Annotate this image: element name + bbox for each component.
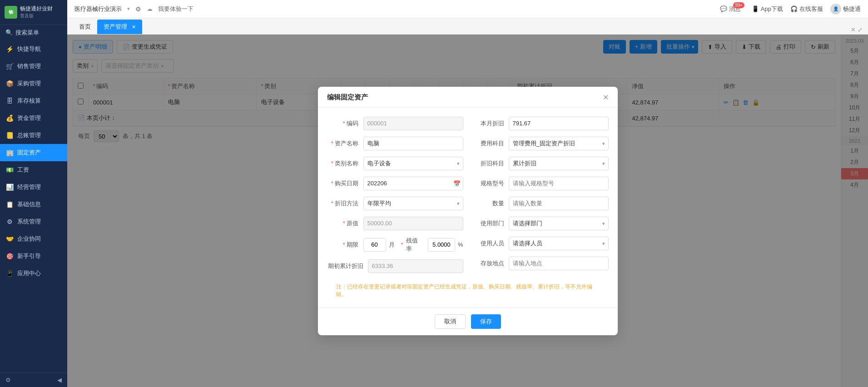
tab-home[interactable]: 首页 <box>73 20 97 34</box>
fixed-assets-icon: 🏢 <box>5 149 14 157</box>
initial-dep-input[interactable] <box>368 259 463 273</box>
logo-edition: 普及版 <box>20 13 53 19</box>
quantity-input[interactable] <box>509 197 609 210</box>
main-area: 医疗器械行业演示 ▾ ⚙ ☁ 我要体验一下 💬 消息 99+ 📱 App下载 🎧… <box>67 0 868 387</box>
sidebar-item-newbie[interactable]: 🎯 新手引导 <box>0 248 67 265</box>
enterprise-icon: 🤝 <box>5 235 14 243</box>
settings-icon[interactable]: ⚙ <box>5 377 11 383</box>
modal-overlay: 编辑固定资产 ✕ * 编码 <box>67 35 868 387</box>
form-row-user: 使用人员 请选择人员 <box>472 237 609 250</box>
dept-select[interactable]: 请选择部门 <box>509 217 609 230</box>
form-grid: * 编码 * 资产名称 * 类别名称 <box>327 117 609 279</box>
collapse-icon[interactable]: ◀ <box>57 377 62 383</box>
topbar-right: 💬 消息 99+ 📱 App下载 🎧 在线客服 👤 畅捷通 <box>720 4 861 15</box>
online-service-btn[interactable]: 🎧 在线客服 <box>790 5 823 13</box>
category-select[interactable]: 电子设备 <box>363 157 463 170</box>
newbie-icon: 🎯 <box>5 252 14 260</box>
operations-icon: 📊 <box>5 183 14 191</box>
tabbar: 首页 资产管理 ✕ ✕ ⤢ <box>67 18 868 35</box>
monthly-dep-input[interactable] <box>509 117 609 130</box>
purchase-date-input[interactable] <box>363 177 463 190</box>
sidebar-item-fixed-assets[interactable]: 🏢 固定资产 <box>0 144 67 161</box>
period-row: 月 * 残值率 % <box>363 237 463 253</box>
tab-expand-icon[interactable]: ⤢ <box>858 26 863 33</box>
user-menu[interactable]: 👤 畅捷通 <box>830 4 861 15</box>
spec-input[interactable] <box>509 177 609 190</box>
percent-unit: % <box>458 241 463 248</box>
modal-footer: 取消 保存 <box>318 308 618 335</box>
app-download-btn[interactable]: 📱 App下载 <box>752 5 783 13</box>
form-row-category: * 类别名称 电子设备 <box>327 157 463 170</box>
messages-btn[interactable]: 💬 消息 99+ <box>720 5 741 13</box>
ledger-icon: 📒 <box>5 131 14 139</box>
username: 畅捷通 <box>843 5 861 13</box>
sidebar-search[interactable]: 🔍 搜索菜单 <box>0 25 67 40</box>
expense-account-label: 费用科目 <box>472 139 509 148</box>
message-icon: 💬 <box>720 5 727 12</box>
initial-dep-label: 期初累计折旧 <box>327 262 368 270</box>
edit-modal: 编辑固定资产 ✕ * 编码 <box>318 87 618 335</box>
payroll-icon: 💵 <box>5 166 14 174</box>
code-label: * 编码 <box>327 119 363 128</box>
form-row-period: * 期限 月 * 残值率 % <box>327 237 463 253</box>
form-row-quantity: 数量 <box>472 197 609 210</box>
period-label: * 期限 <box>327 241 363 249</box>
form-left: * 编码 * 资产名称 * 类别名称 <box>327 117 463 279</box>
form-right: 本月折旧 费用科目 管理费用_固定资产折旧 <box>472 117 609 279</box>
code-input[interactable] <box>363 117 463 130</box>
user-select[interactable]: 请选择人员 <box>509 237 609 250</box>
tab-close-icon[interactable]: ✕ <box>132 24 136 30</box>
sidebar-item-operations[interactable]: 📊 经营管理 <box>0 179 67 196</box>
sidebar-item-inventory[interactable]: 🗄 库存核算 <box>0 92 67 109</box>
tab-asset-mgmt[interactable]: 资产管理 ✕ <box>97 20 142 34</box>
logo-icon: 畅 <box>5 6 17 19</box>
app-center-icon: 📱 <box>5 269 14 278</box>
modal-title: 编辑固定资产 <box>327 93 368 102</box>
experience-label[interactable]: 我要体验一下 <box>158 5 193 13</box>
topbar-dropdown-icon: ▾ <box>127 6 130 12</box>
form-row-spec: 规格型号 <box>472 177 609 190</box>
form-row-purchase-date: * 购买日期 <box>327 177 463 190</box>
sidebar-item-sales[interactable]: 🛒 销售管理 <box>0 58 67 75</box>
tab-close-all-icon[interactable]: ✕ <box>851 26 856 33</box>
sidebar-item-quicknav[interactable]: ⚡ 快捷导航 <box>0 40 67 58</box>
monthly-dep-label: 本月折旧 <box>472 119 509 128</box>
sidebar-item-finance[interactable]: 💰 资金管理 <box>0 109 67 127</box>
form-row-dep-method: * 折旧方法 年限平均 <box>327 197 463 210</box>
dep-method-select[interactable]: 年限平均 <box>363 197 463 210</box>
modal-close-btn[interactable]: ✕ <box>603 93 609 102</box>
sidebar-logo: 畅 畅捷通好业财 普及版 <box>0 0 67 25</box>
sidebar-item-purchase[interactable]: 📦 采购管理 <box>0 75 67 92</box>
sidebar-item-payroll[interactable]: 💵 工资 <box>0 161 67 179</box>
purchase-date-wrap <box>363 177 463 190</box>
dep-account-select[interactable]: 累计折旧 <box>509 157 609 170</box>
sidebar-item-enterprise[interactable]: 🤝 企业协同 <box>0 230 67 248</box>
residual-rate-input[interactable] <box>428 238 455 252</box>
dep-method-label: * 折旧方法 <box>327 199 363 208</box>
period-input[interactable] <box>363 238 386 252</box>
logo-name: 畅捷通好业财 <box>20 5 53 13</box>
topbar-title: 医疗器械行业演示 <box>74 5 122 13</box>
form-row-original: * 原值 <box>327 217 463 230</box>
form-note: 注：已经存在变更记录或者对应固定资产已经生成凭证，原值、购买日期、残值率、累计折… <box>327 279 609 298</box>
sidebar-item-basic-info[interactable]: 📋 基础信息 <box>0 196 67 213</box>
original-input[interactable] <box>363 217 463 230</box>
form-row-code: * 编码 <box>327 117 463 130</box>
sidebar-item-ledger[interactable]: 📒 总账管理 <box>0 127 67 144</box>
sidebar-item-app-center[interactable]: 📱 应用中心 <box>0 265 67 282</box>
form-row-dep-account: 折旧科目 累计折旧 <box>472 157 609 170</box>
save-button[interactable]: 保存 <box>471 314 501 329</box>
settings-btn[interactable]: ⚙ <box>135 5 141 13</box>
location-input[interactable] <box>509 257 609 270</box>
topbar: 医疗器械行业演示 ▾ ⚙ ☁ 我要体验一下 💬 消息 99+ 📱 App下载 🎧… <box>67 0 868 18</box>
cancel-button[interactable]: 取消 <box>435 314 466 329</box>
user-select-wrap: 请选择人员 <box>509 237 609 250</box>
sidebar-item-system[interactable]: ⚙ 系统管理 <box>0 213 67 230</box>
sales-icon: 🛒 <box>5 62 14 70</box>
expense-account-select[interactable]: 管理费用_固定资产折旧 <box>509 137 609 150</box>
form-row-expense-account: 费用科目 管理费用_固定资产折旧 <box>472 137 609 150</box>
name-input[interactable] <box>363 137 463 150</box>
sidebar-bottom: ⚙ ◀ <box>0 372 67 387</box>
name-label: * 资产名称 <box>327 139 363 148</box>
modal-body: * 编码 * 资产名称 * 类别名称 <box>318 108 618 308</box>
